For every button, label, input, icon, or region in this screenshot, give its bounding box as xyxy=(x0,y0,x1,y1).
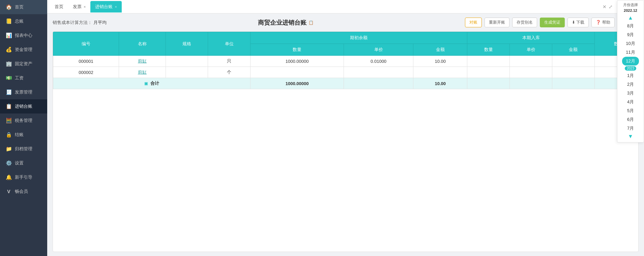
title-help-icon[interactable]: 📋 xyxy=(309,20,314,25)
reopen-button[interactable]: 重新开账 xyxy=(485,18,509,27)
sidebar-item-vip[interactable]: V 畅会员 xyxy=(0,184,47,199)
sidebar-item-report[interactable]: 📊 报表中心 xyxy=(0,28,47,43)
month-panel-title: 月份选择 xyxy=(623,2,638,7)
month-down-button[interactable]: ▼ xyxy=(628,133,633,140)
sidebar-item-label: 报表中心 xyxy=(15,32,32,39)
month-item-12[interactable]: 12月 xyxy=(622,57,639,66)
month-item-3[interactable]: 3月 xyxy=(617,89,644,98)
sidebar-item-asset[interactable]: 🏢 固定资产 xyxy=(0,57,47,71)
tab-invoice[interactable]: 发票 × xyxy=(68,1,90,12)
cost-method-label: 销售成本计算方法： xyxy=(53,20,92,25)
sidebar-item-label: 首页 xyxy=(15,4,24,10)
row1-init-amount: 10.00 xyxy=(413,56,467,67)
save-alias-button[interactable]: 存货别名 xyxy=(512,18,537,27)
month-item-4[interactable]: 4月 xyxy=(617,98,644,106)
row1-in-amount xyxy=(552,56,594,67)
col-group-in: 本期入库 xyxy=(467,32,595,44)
action-buttons: 对账 重新开账 存货别名 生成凭证 ⬇ 下载 ❓ 帮助 ↻ 刷新 xyxy=(465,18,639,27)
sidebar-item-label: 畅会员 xyxy=(15,188,28,195)
sidebar-item-archive[interactable]: 📁 归档管理 xyxy=(0,142,47,156)
month-item-10[interactable]: 10月 xyxy=(617,39,644,48)
month-item-9[interactable]: 9月 xyxy=(617,30,644,39)
asset-icon: 🏢 xyxy=(5,61,12,67)
sidebar-item-tax[interactable]: 🧮 税务管理 xyxy=(0,113,47,128)
window-expand-button[interactable]: ⤢ xyxy=(609,4,613,9)
month-item-8[interactable]: 8月 xyxy=(617,22,644,30)
sidebar-item-label: 新手引导 xyxy=(15,174,32,180)
guide-icon: 🔔 xyxy=(5,174,12,180)
total-init-price xyxy=(344,78,413,89)
tab-bar: 首页 发票 × 进销台账 × ✕ ⤢ xyxy=(47,0,644,14)
month-item-11[interactable]: 11月 xyxy=(617,48,644,57)
sidebar-item-invoice[interactable]: 🧾 发票管理 xyxy=(0,85,47,99)
row2-in-amount xyxy=(552,67,594,78)
inventory-table-container: 编号 名称 规格 单位 期初余额 本期入库 数 数量 单价 金额 数量 单价 xyxy=(53,31,639,252)
download-button[interactable]: ⬇ 下载 xyxy=(567,18,589,27)
tab-inventory-label: 进销台账 xyxy=(95,4,113,10)
col-in-amount: 金额 xyxy=(552,44,594,56)
generate-voucher-button[interactable]: 生成凭证 xyxy=(540,18,565,27)
reconcile-button[interactable]: 对账 xyxy=(465,18,482,27)
sidebar-item-label: 工资 xyxy=(15,75,24,81)
cost-method: 销售成本计算方法： 月平均 xyxy=(53,20,107,26)
invoice-icon: 🧾 xyxy=(5,89,12,95)
settings-icon: ⚙️ xyxy=(5,160,12,166)
sidebar: 🏠 首页 📒 总账 📊 报表中心 💰 资金管理 🏢 固定资产 💵 工资 🧾 发票… xyxy=(0,0,47,256)
tab-invoice-close[interactable]: × xyxy=(84,5,86,9)
sidebar-item-label: 总账 xyxy=(15,18,24,24)
row2-name-link[interactable]: 前缸 xyxy=(138,70,147,75)
col-init-qty: 数量 xyxy=(251,44,344,56)
sidebar-item-inventory[interactable]: 📋 进销台账 xyxy=(0,99,47,113)
col-in-qty: 数量 xyxy=(467,44,510,56)
sidebar-item-wage[interactable]: 💵 工资 xyxy=(0,71,47,85)
sidebar-item-label: 发票管理 xyxy=(15,89,32,95)
vip-icon: V xyxy=(5,189,12,194)
month-up-button[interactable]: ▲ xyxy=(628,14,633,22)
window-controls: ✕ ⤢ xyxy=(600,0,615,14)
main-area: 首页 发票 × 进销台账 × ✕ ⤢ 销售成本计算方法： 月平均 商贸企业进销台… xyxy=(47,0,644,256)
month-item-6[interactable]: 6月 xyxy=(617,115,644,124)
wage-icon: 💵 xyxy=(5,75,12,81)
month-item-1[interactable]: 1月 xyxy=(617,71,644,80)
inventory-icon: 📋 xyxy=(5,103,12,109)
row1-init-qty: 1000.00000 xyxy=(251,56,344,67)
row2-init-price xyxy=(344,67,413,78)
help-button[interactable]: ❓ 帮助 xyxy=(591,18,614,27)
row1-name-link[interactable]: 前缸 xyxy=(138,58,147,63)
window-close-button[interactable]: ✕ xyxy=(603,4,607,9)
table-row: 000001 前缸 只 1000.00000 0.01000 10.00 xyxy=(53,56,638,67)
month-panel: 月份选择 2022.12 ▲ 8月 9月 10月 11月 12月 2023 1月… xyxy=(617,0,644,143)
sidebar-item-guide[interactable]: 🔔 新手引导 xyxy=(0,170,47,184)
month-item-5[interactable]: 5月 xyxy=(617,106,644,115)
row1-name: 前缸 xyxy=(119,56,166,67)
tab-inventory-close[interactable]: × xyxy=(115,5,117,9)
tab-home[interactable]: 首页 xyxy=(50,1,68,12)
row1-in-price xyxy=(510,56,552,67)
sidebar-item-close[interactable]: 🔒 结账 xyxy=(0,128,47,142)
row2-spec xyxy=(166,67,208,78)
fund-icon: 💰 xyxy=(5,47,12,53)
ledger-icon: 📒 xyxy=(5,18,12,24)
total-init-qty: 1000.00000 xyxy=(251,78,344,89)
row2-in-qty xyxy=(467,67,510,78)
month-item-7[interactable]: 7月 xyxy=(617,124,644,133)
col-group-init: 期初余额 xyxy=(251,32,467,44)
sidebar-item-home[interactable]: 🏠 首页 xyxy=(0,0,47,14)
month-item-2[interactable]: 2月 xyxy=(617,80,644,89)
total-in-amount xyxy=(552,78,594,89)
tab-invoice-label: 发票 xyxy=(73,4,82,10)
sidebar-item-label: 固定资产 xyxy=(15,61,32,67)
sidebar-item-ledger[interactable]: 📒 总账 xyxy=(0,14,47,28)
sidebar-item-settings[interactable]: ⚙️ 设置 xyxy=(0,156,47,170)
page-title: 商贸企业进销台账 📋 xyxy=(258,19,314,27)
col-init-amount: 金额 xyxy=(413,44,467,56)
total-row: ▣ 合计 1000.00000 10.00 xyxy=(53,78,638,89)
top-bar: 销售成本计算方法： 月平均 商贸企业进销台账 📋 对账 重新开账 存货别名 生成… xyxy=(53,18,639,27)
title-text: 商贸企业进销台账 xyxy=(258,19,306,27)
row2-id: 000002 xyxy=(53,67,119,78)
sidebar-item-label: 进销台账 xyxy=(15,103,32,109)
col-in-price: 单价 xyxy=(510,44,552,56)
sidebar-item-fund[interactable]: 💰 资金管理 xyxy=(0,43,47,57)
year-2023-badge: 2023 xyxy=(625,66,636,71)
tab-inventory[interactable]: 进销台账 × xyxy=(90,1,121,12)
